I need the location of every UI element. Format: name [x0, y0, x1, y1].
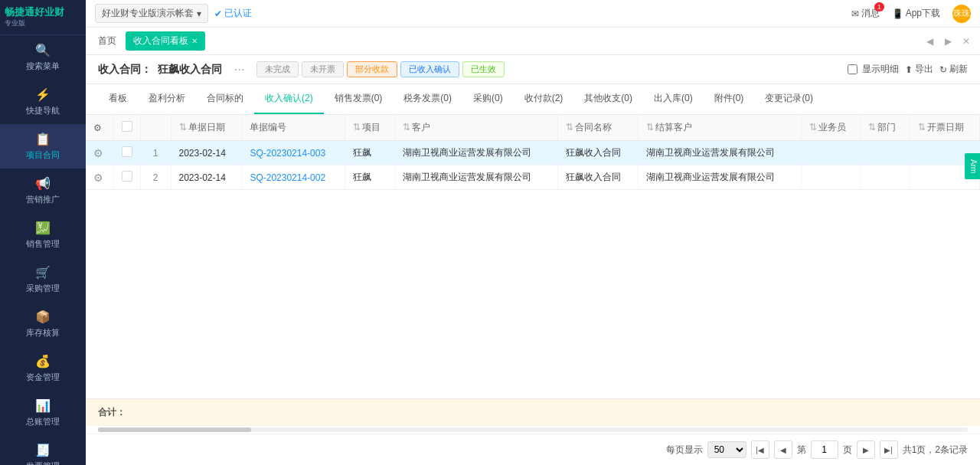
user-avatar[interactable]: 珠珠	[952, 5, 971, 23]
nav-tab-5[interactable]: 税务发票(0)	[393, 84, 462, 114]
col-header-settle_customer[interactable]: ⇅结算客户	[638, 115, 801, 141]
tabbar: 首页 收入合同看板 ✕ ◀ ▶ ✕	[86, 28, 980, 55]
status-btn-0[interactable]: 未完成	[256, 61, 299, 77]
prev-window-btn[interactable]: ◀	[922, 34, 937, 49]
more-icon[interactable]: ···	[234, 63, 244, 77]
sidebar-item-1[interactable]: ⚡快捷导航	[0, 80, 86, 124]
cell-code[interactable]: SQ-20230214-003	[242, 141, 345, 165]
status-btn-4[interactable]: 已生效	[462, 61, 505, 77]
code-link[interactable]: SQ-20230214-003	[250, 148, 325, 159]
sidebar-item-2[interactable]: 📋项目合同	[0, 124, 86, 169]
company-selector[interactable]: 好业财专业版演示帐套 ▾	[95, 4, 208, 23]
nav-tab-8[interactable]: 其他收支(0)	[573, 84, 643, 114]
last-page-btn[interactable]: ▶|	[880, 440, 898, 459]
sidebar-icon-9: 🧾	[35, 443, 51, 457]
certified-badge: ✔ 已认证	[214, 7, 252, 20]
tab-close-icon[interactable]: ✕	[191, 37, 198, 45]
col-header-dept[interactable]: ⇅部门	[861, 115, 910, 141]
total-info: 共1页，2条记录	[903, 444, 968, 457]
cell-no: 1	[140, 141, 171, 165]
sidebar-icon-2: 📋	[35, 132, 51, 146]
show-detail-action[interactable]: 显示明细	[848, 63, 899, 76]
sidebar-item-4[interactable]: 💹销售管理	[0, 213, 86, 257]
col-header-customer[interactable]: ⇅客户	[394, 115, 557, 141]
export-button[interactable]: ⬆ 导出	[905, 63, 933, 76]
row-checkbox[interactable]	[122, 146, 132, 157]
row-checkbox[interactable]	[122, 171, 132, 182]
table-row[interactable]: ⚙12023-02-14SQ-20230214-003狂飙湖南卫视商业运营发展有…	[86, 141, 980, 165]
nav-tab-10[interactable]: 附件(0)	[704, 84, 755, 114]
page-suffix: 页	[843, 444, 852, 457]
topbar: 好业财专业版演示帐套 ▾ ✔ 已认证 ✉ 消息 1 📱 App下载 珠珠	[86, 0, 980, 28]
cell-customer: 湖南卫视商业运营发展有限公司	[394, 165, 557, 190]
show-detail-checkbox[interactable]	[848, 64, 858, 74]
nav-tab-9[interactable]: 出入库(0)	[643, 84, 704, 114]
page-header-actions: 显示明细 ⬆ 导出 ↻ 刷新	[848, 63, 968, 76]
status-btn-3[interactable]: 已收入确认	[400, 61, 459, 77]
cell-check	[113, 141, 140, 165]
scroll-bar	[86, 426, 980, 434]
col-header-project[interactable]: ⇅项目	[345, 115, 394, 141]
status-btn-1[interactable]: 未开票	[302, 61, 344, 77]
nav-tab-11[interactable]: 变更记录(0)	[754, 84, 824, 114]
next-window-btn[interactable]: ▶	[940, 34, 956, 49]
row-settings-icon[interactable]: ⚙	[93, 147, 103, 159]
scroll-thumb[interactable]	[98, 427, 251, 432]
sidebar-icon-6: 📦	[35, 309, 51, 324]
prev-page-btn[interactable]: ◀	[774, 440, 792, 459]
refresh-button[interactable]: ↻ 刷新	[939, 63, 968, 76]
nav-tab-2[interactable]: 合同标的	[196, 84, 254, 114]
row-settings-icon[interactable]: ⚙	[93, 172, 103, 184]
arm-button[interactable]: Arm	[965, 153, 980, 179]
col-header-bill_date[interactable]: ⇅开票日期	[910, 115, 979, 141]
cell-settle_customer: 湖南卫视商业运营发展有限公司	[638, 141, 801, 165]
nav-tab-6[interactable]: 采购(0)	[462, 84, 514, 114]
sidebar: 畅捷通好业财 专业版 🔍搜索菜单⚡快捷导航📋项目合同📢营销推广💹销售管理🛒采购管…	[0, 0, 86, 465]
cell-contract: 狂飙收入合同	[557, 165, 638, 190]
nav-tab-7[interactable]: 收付款(2)	[514, 84, 574, 114]
sidebar-icon-1: ⚡	[35, 87, 51, 102]
next-page-btn[interactable]: ▶	[857, 440, 875, 459]
code-link[interactable]: SQ-20230214-002	[250, 172, 325, 183]
cell-date: 2023-02-14	[171, 165, 242, 190]
status-btn-2[interactable]: 部分收款	[347, 61, 397, 77]
tab-home[interactable]: 首页	[92, 31, 122, 51]
close-window-btn[interactable]: ✕	[959, 34, 974, 49]
col-header-contract[interactable]: ⇅合同名称	[557, 115, 638, 141]
col-header-settings[interactable]: ⚙	[86, 115, 113, 141]
pagination: 每页显示 50 100 200 |◀ ◀ 第 页 ▶ ▶| 共1页，2条记录	[86, 434, 980, 465]
cell-settings: ⚙	[86, 165, 113, 190]
app-name: 畅捷通好业财	[5, 6, 64, 18]
page-input[interactable]	[811, 440, 838, 459]
col-header-salesman[interactable]: ⇅业务员	[801, 115, 861, 141]
nav-tab-3[interactable]: 收入确认(2)	[254, 84, 324, 114]
message-icon: ✉	[851, 8, 859, 19]
sidebar-item-6[interactable]: 📦库存核算	[0, 302, 86, 346]
col-header-date[interactable]: ⇅单据日期	[171, 115, 242, 141]
tab-contract-board[interactable]: 收入合同看板 ✕	[126, 31, 205, 51]
nav-tab-4[interactable]: 销售发票(0)	[324, 84, 394, 114]
sidebar-item-0[interactable]: 🔍搜索菜单	[0, 35, 86, 80]
sidebar-item-5[interactable]: 🛒采购管理	[0, 257, 86, 302]
nav-tab-0[interactable]: 看板	[98, 84, 138, 114]
col-header-code[interactable]: 单据编号	[242, 115, 345, 141]
first-page-btn[interactable]: |◀	[751, 440, 769, 459]
col-header-no[interactable]	[140, 115, 171, 141]
col-header-check[interactable]	[113, 115, 140, 141]
nav-tab-1[interactable]: 盈利分析	[138, 84, 196, 114]
settings-icon[interactable]: ⚙	[93, 123, 102, 133]
table-container[interactable]: ⚙⇅单据日期单据编号⇅项目⇅客户⇅合同名称⇅结算客户⇅业务员⇅部门⇅开票日期 ⚙…	[86, 115, 980, 398]
cell-code[interactable]: SQ-20230214-002	[242, 165, 345, 190]
table-row[interactable]: ⚙22023-02-14SQ-20230214-002狂飙湖南卫视商业运营发展有…	[86, 165, 980, 190]
message-button[interactable]: ✉ 消息 1	[851, 7, 880, 20]
scroll-track[interactable]	[98, 427, 968, 432]
select-all-checkbox[interactable]	[122, 121, 132, 132]
per-page-select[interactable]: 50 100 200	[707, 441, 746, 458]
sidebar-item-3[interactable]: 📢营销推广	[0, 169, 86, 213]
sidebar-item-7[interactable]: 💰资金管理	[0, 346, 86, 391]
sidebar-item-9[interactable]: 🧾发票管理	[0, 435, 86, 465]
cell-no: 2	[140, 165, 171, 190]
page-label: 第	[797, 444, 806, 457]
app-download-button[interactable]: 📱 App下载	[892, 7, 940, 20]
sidebar-item-8[interactable]: 📊总账管理	[0, 391, 86, 435]
